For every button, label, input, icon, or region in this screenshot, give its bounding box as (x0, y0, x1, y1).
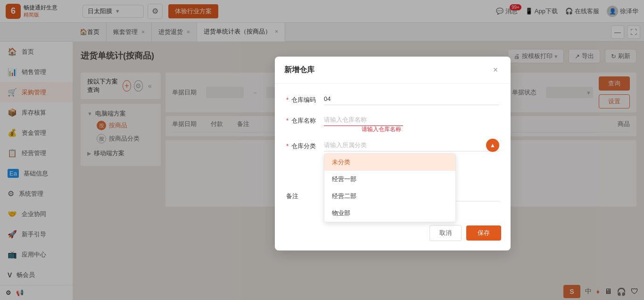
category-dropdown-list: 未分类 经营一部 经营二部 物业部 (324, 153, 456, 222)
dropdown-option-property[interactable]: 物业部 (324, 205, 455, 222)
add-warehouse-modal: 新增仓库 × * 仓库编码 * 仓库名称 请输入仓库名称 (275, 57, 511, 250)
name-error-msg: 请输入仓库名称 (362, 125, 401, 133)
modal-body: * 仓库编码 * 仓库名称 请输入仓库名称 * (275, 83, 511, 219)
dropdown-option-dept2[interactable]: 经营二部 (324, 188, 455, 205)
code-label: * 仓库编码 (286, 93, 324, 104)
name-label: * 仓库名称 (286, 114, 324, 125)
code-row: * 仓库编码 (286, 93, 499, 105)
category-label: * 仓库分类 (286, 139, 324, 150)
category-row: * 仓库分类 ▲ 未分类 经营一部 经营二部 物业部 (286, 139, 499, 151)
name-input[interactable] (324, 114, 403, 126)
category-input[interactable] (324, 139, 499, 151)
modal-header: 新增仓库 × (275, 57, 511, 83)
modal-overlay[interactable]: 新增仓库 × * 仓库编码 * 仓库名称 请输入仓库名称 (0, 0, 644, 300)
modal-footer: 取消 保存 (275, 219, 511, 250)
note-label: 备注 (286, 189, 324, 200)
cancel-button[interactable]: 取消 (429, 225, 462, 241)
modal-close-button[interactable]: × (490, 64, 501, 75)
category-dropdown-arrow[interactable]: ▲ (486, 139, 499, 152)
code-input[interactable] (324, 93, 499, 105)
modal-title: 新增仓库 (284, 65, 314, 75)
category-dropdown-wrapper: ▲ 未分类 经营一部 经营二部 物业部 (324, 139, 499, 151)
dropdown-option-dept1[interactable]: 经营一部 (324, 171, 455, 188)
save-button[interactable]: 保存 (466, 225, 501, 241)
dropdown-option-uncategorized[interactable]: 未分类 (324, 154, 455, 171)
name-row: * 仓库名称 请输入仓库名称 (286, 114, 499, 126)
